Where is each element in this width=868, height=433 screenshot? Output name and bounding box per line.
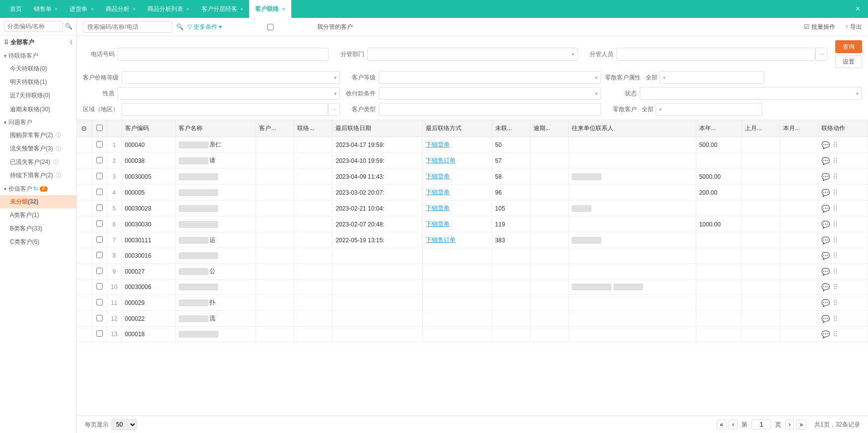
field-region-more[interactable]: ··· <box>328 103 340 116</box>
grid-action-icon[interactable]: ⠿ <box>833 283 838 291</box>
page-input[interactable] <box>751 420 771 430</box>
sidebar-item-today-pending[interactable]: 今天待联络(0) <box>0 62 76 75</box>
cell-last-contact-method[interactable]: 下销售订单 <box>423 153 492 169</box>
sidebar-item-warning[interactable]: 流失预警客户(3) ⓘ <box>0 142 76 155</box>
col-this-year[interactable]: ⋮ 本年... <box>696 120 741 137</box>
sidebar-item-c-class[interactable]: C类客户(6) <box>0 235 76 249</box>
col-last-contact-date[interactable]: ⋮ 最后联络日期 <box>333 120 423 137</box>
field-region-input[interactable] <box>122 103 328 116</box>
nav-purchase[interactable]: 进货单 × <box>64 0 99 18</box>
col-last-month[interactable]: ⋮ 上月... <box>742 120 780 137</box>
export-btn[interactable]: ↑ 导出 <box>845 23 862 31</box>
chat-icon[interactable]: 💬 <box>821 157 830 165</box>
cell-last-contact-method[interactable]: 下销货单 <box>423 216 492 232</box>
grid-action-icon[interactable]: ⠿ <box>833 330 838 338</box>
cell-checkbox[interactable] <box>92 169 107 185</box>
cell-checkbox[interactable] <box>92 185 107 201</box>
field-phone-input[interactable] <box>118 48 329 61</box>
sidebar-search-icon[interactable]: 🔍 <box>65 23 72 30</box>
close-sales-tab[interactable]: × <box>55 6 58 12</box>
nav-sales[interactable]: 销售单 × <box>28 0 64 18</box>
close-contact-tab[interactable]: × <box>282 6 285 12</box>
col-this-month[interactable]: ⋮ 本月... <box>780 120 818 137</box>
sidebar-section-value[interactable]: ▾ 价值客户 ↻ F <box>0 183 76 195</box>
sidebar-item-b-class[interactable]: B类客户(33) <box>0 222 76 235</box>
cell-checkbox[interactable] <box>92 137 107 153</box>
next-page-btn[interactable]: › <box>785 420 794 430</box>
col-code[interactable]: ⋮ 客户编码 <box>122 120 176 137</box>
sidebar-item-lost[interactable]: 已流失客户(24) ⓘ <box>0 155 76 169</box>
cell-checkbox[interactable] <box>92 280 107 295</box>
field-payment-select[interactable]: ▾ <box>379 87 601 100</box>
collapse-icon[interactable]: 《 <box>67 39 72 46</box>
close-purchase-tab[interactable]: × <box>90 6 93 12</box>
cell-last-contact-method[interactable]: 下销售订单 <box>423 232 492 248</box>
refresh-icon[interactable]: ↻ <box>33 185 38 192</box>
cell-checkbox[interactable] <box>92 153 107 169</box>
chat-icon[interactable]: 💬 <box>821 173 830 181</box>
col-type[interactable]: ⋮ 客户... <box>256 120 294 137</box>
field-scatter-select[interactable]: ▾ <box>656 103 762 116</box>
col-unit-contact[interactable]: ⋮ 往来单位联系人 <box>568 120 696 137</box>
grid-action-icon[interactable]: ⠿ <box>833 173 838 181</box>
cell-last-contact-method[interactable]: 下销货单 <box>423 201 492 216</box>
chat-icon[interactable]: 💬 <box>821 299 830 307</box>
sidebar-item-abnormal[interactable]: 囤购异常客户(2) ⓘ <box>0 129 76 142</box>
sidebar-section-pending[interactable]: ▾ 待联络客户 <box>0 50 76 62</box>
chat-icon[interactable]: 💬 <box>821 236 830 244</box>
sidebar-item-overdue-pending[interactable]: 逾期未联络(30) <box>0 103 76 116</box>
cell-checkbox[interactable] <box>92 327 107 342</box>
col-last-contact-method[interactable]: ⋮ 最后联络方式 <box>423 120 492 137</box>
field-status-select[interactable]: ▾ <box>640 87 862 100</box>
field-customer-type-input[interactable] <box>379 103 601 116</box>
chat-icon[interactable]: 💬 <box>821 315 830 323</box>
chat-icon[interactable]: 💬 <box>821 330 830 338</box>
select-all-checkbox[interactable] <box>96 125 103 131</box>
sidebar-item-week-pending[interactable]: 近7天待联络(0) <box>0 89 76 102</box>
grid-action-icon[interactable]: ⠿ <box>833 205 838 213</box>
window-close[interactable]: × <box>852 4 864 13</box>
close-segment-tab[interactable]: × <box>240 6 243 12</box>
nav-customer-segment[interactable]: 客户分层经客 × <box>196 0 249 18</box>
grid-action-icon[interactable]: ⠿ <box>833 141 838 149</box>
cell-checkbox[interactable] <box>92 311 107 327</box>
field-price-level-select[interactable]: ▾ <box>122 71 340 84</box>
field-manager-input[interactable] <box>616 48 815 61</box>
nav-home[interactable]: 首页 <box>4 0 28 18</box>
close-analysis-list-tab[interactable]: × <box>186 6 189 12</box>
col-name[interactable]: ⋮ 客户名称 <box>176 120 256 137</box>
batch-op-btn[interactable]: ☑ 批量操作 <box>804 23 835 31</box>
sidebar-item-tomorrow-pending[interactable]: 明天待联络(1) <box>0 75 76 89</box>
prev-page-btn[interactable]: ‹ <box>729 420 737 430</box>
field-nature-select[interactable]: ▾ <box>118 87 340 100</box>
field-customer-level-select[interactable]: ▾ <box>379 71 601 84</box>
sidebar-all-customers[interactable]: ⠿ 全部客户 《 <box>0 35 76 50</box>
col-overdue[interactable]: ⋮ 逾期... <box>530 120 568 137</box>
cell-last-contact-method[interactable]: 下销货单 <box>423 137 492 153</box>
field-manager-more[interactable]: ··· <box>815 48 827 61</box>
my-customers-checkbox[interactable] <box>226 24 315 30</box>
nav-analysis[interactable]: 商品分析 × <box>100 0 141 18</box>
grid-action-icon[interactable]: ⠿ <box>833 236 838 244</box>
grid-action-icon[interactable]: ⠿ <box>833 315 838 323</box>
cell-last-contact-method[interactable]: 下销货单 <box>423 169 492 185</box>
chat-icon[interactable]: 💬 <box>821 283 830 291</box>
chat-icon[interactable]: 💬 <box>821 205 830 213</box>
close-analysis-tab[interactable]: × <box>133 6 135 12</box>
cell-checkbox[interactable] <box>92 201 107 216</box>
my-customers-toggle[interactable]: 我分管的客户 <box>226 23 353 31</box>
cell-last-contact-method[interactable]: 下销货单 <box>423 185 492 201</box>
field-dept-select[interactable]: ▾ <box>367 48 578 61</box>
grid-action-icon[interactable]: ⠿ <box>833 189 838 197</box>
grid-action-icon[interactable]: ⠿ <box>833 157 838 165</box>
settings-icon[interactable]: ⚙ <box>81 125 87 133</box>
cell-checkbox[interactable] <box>92 232 107 248</box>
nav-analysis-list[interactable]: 商品分析列表 × <box>141 0 195 18</box>
sidebar-item-a-class[interactable]: A类客户(1) <box>0 209 76 222</box>
grid-action-icon[interactable]: ⠿ <box>833 252 838 260</box>
chat-icon[interactable]: 💬 <box>821 189 830 197</box>
sidebar-item-declining[interactable]: 持续下滑客户(2) ⓘ <box>0 169 76 182</box>
cell-checkbox[interactable] <box>92 264 107 280</box>
cell-checkbox[interactable] <box>92 216 107 232</box>
sidebar-section-problem[interactable]: ▾ 问题客户 <box>0 116 76 129</box>
